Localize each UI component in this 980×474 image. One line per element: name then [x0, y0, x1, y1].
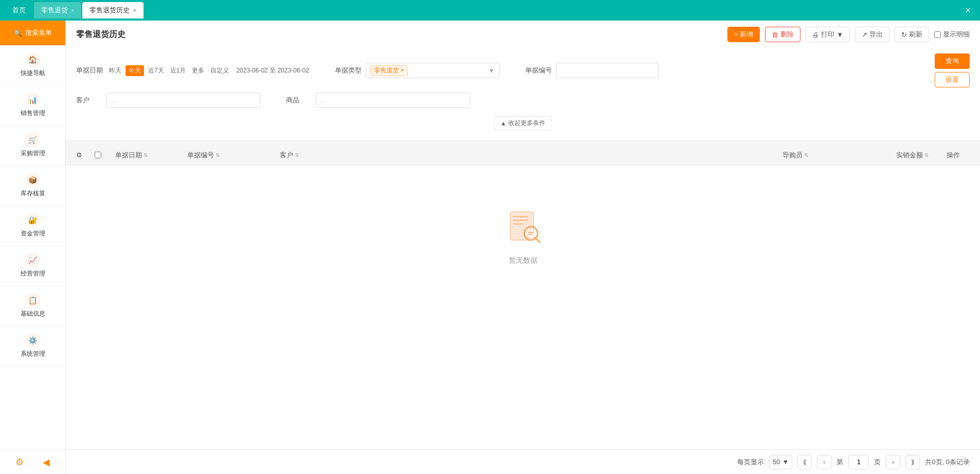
sidebar-item-sales-mgmt[interactable]: 📊 销售管理: [0, 85, 65, 125]
filter-row-1: 单据日期 昨天 今天 近7天 近1月 更多 自定义 2023-06-02 至 2…: [76, 53, 970, 87]
show-detail-checkbox[interactable]: [934, 31, 941, 38]
home-tab-label: 首页: [12, 6, 26, 15]
svg-rect-7: [528, 232, 533, 233]
empty-icon: [503, 207, 544, 248]
sidebar-search[interactable]: 🔍 搜索菜单: [0, 21, 65, 45]
refresh-button[interactable]: ↻ 刷新: [895, 27, 929, 42]
select-all-checkbox[interactable]: [95, 152, 101, 158]
page-size-select[interactable]: 50 ▼: [769, 455, 792, 469]
page-header: 零售退货历史 + 新增 🗑 删除 🖨 打印 ▼ ↗ 导出: [66, 21, 980, 141]
page-number-input[interactable]: [848, 455, 869, 469]
tab-home[interactable]: 首页: [5, 2, 33, 19]
bill-type-tag-remove[interactable]: ×: [401, 67, 404, 74]
sidebar-item-purchase-mgmt[interactable]: 🛒 采购管理: [0, 125, 65, 166]
sidebar-item-basic-info[interactable]: 📋 基础信息: [0, 286, 65, 326]
date-shortcuts: 昨天 今天 近7天 近1月 更多 自定义: [107, 65, 231, 76]
tab-retail-return[interactable]: 零售退货 ×: [34, 2, 81, 19]
prev-page-button[interactable]: ‹: [817, 455, 831, 469]
search-icon: 🔍: [14, 29, 22, 37]
sidebar-settings-icon[interactable]: ⚙: [15, 457, 24, 468]
window-close-button[interactable]: ×: [961, 5, 975, 16]
next-page-button[interactable]: ›: [886, 455, 900, 469]
svg-rect-1: [513, 216, 528, 217]
customer-select[interactable]: ...: [106, 93, 260, 108]
sidebar-item-sys-mgmt[interactable]: ⚙️ 系统管理: [0, 326, 65, 366]
date-filter-label: 单据日期: [76, 66, 103, 75]
customer-filter-item: 客户 ...: [76, 93, 260, 108]
purchase-mgmt-label: 采购管理: [21, 149, 45, 158]
new-button[interactable]: + 新增: [727, 27, 760, 42]
query-button[interactable]: 查询: [935, 53, 970, 69]
operations-icon: 📈: [26, 253, 40, 267]
customer-label: 客户: [76, 96, 102, 105]
retail-return-tab-label: 零售退货: [41, 6, 68, 15]
sidebar-item-quick-nav[interactable]: 🏠 快捷导航: [0, 45, 65, 85]
th-ops: 操作: [933, 151, 974, 160]
show-detail-label: 显示明细: [943, 30, 970, 39]
sidebar-item-operations[interactable]: 📈 经营管理: [0, 246, 65, 286]
show-detail-checkbox-area[interactable]: 显示明细: [934, 30, 970, 39]
sidebar-item-finance[interactable]: 🔐 资金管理: [0, 206, 65, 246]
th-guide-label: 导购员: [782, 151, 803, 160]
toolbar: + 新增 🗑 删除 🖨 打印 ▼ ↗ 导出 ↻: [727, 27, 970, 42]
th-checkbox[interactable]: [91, 152, 111, 158]
sidebar-collapse-icon[interactable]: ◀: [43, 457, 50, 468]
per-page-label: 每页显示: [737, 458, 764, 467]
today-shortcut[interactable]: 今天: [126, 65, 144, 76]
goods-label: 商品: [286, 96, 312, 105]
filter-row-2: 客户 ... 商品 ...: [76, 93, 970, 108]
billno-sort-icon[interactable]: ⇅: [216, 152, 220, 158]
bill-no-input[interactable]: [556, 63, 659, 78]
last1month-shortcut[interactable]: 近1月: [168, 65, 188, 76]
export-button[interactable]: ↗ 导出: [855, 27, 889, 42]
date-range-display: 2023-06-02 至 2023-06-02: [236, 66, 309, 75]
bill-type-select[interactable]: 零售退货 × ▼: [366, 63, 500, 78]
bill-type-dropdown-icon: ▼: [488, 67, 495, 75]
finance-icon: 🔐: [26, 213, 40, 227]
last7days-shortcut[interactable]: 近7天: [146, 65, 166, 76]
collapse-button[interactable]: ▲ 收起更多条件: [494, 116, 553, 130]
tab-retail-return-history[interactable]: 零售退货历史 ×: [82, 2, 143, 19]
bill-no-label: 单据编号: [525, 66, 552, 75]
last-page-button[interactable]: ⟫: [905, 455, 920, 469]
sidebar-bottom: ⚙ ◀: [0, 450, 65, 474]
filter-settings-button[interactable]: 设置: [935, 72, 970, 87]
custom-shortcut[interactable]: 自定义: [208, 65, 231, 76]
sidebar-search-label: 搜索菜单: [25, 28, 52, 38]
sidebar-item-inventory[interactable]: 📦 库存核算: [0, 166, 65, 206]
retail-return-history-close-icon[interactable]: ×: [133, 7, 136, 13]
sys-mgmt-icon: ⚙️: [26, 333, 40, 348]
date-range-item: 2023-06-02 至 2023-06-02: [236, 66, 309, 75]
th-customer-label: 客户: [280, 151, 293, 160]
yesterday-shortcut[interactable]: 昨天: [107, 65, 123, 76]
print-button[interactable]: 🖨 打印 ▼: [806, 27, 850, 42]
delete-button[interactable]: 🗑 删除: [765, 27, 800, 42]
retail-return-history-tab-label: 零售退货历史: [90, 6, 130, 15]
th-ops-label: 操作: [947, 151, 960, 160]
sales-mgmt-icon: 📊: [26, 93, 40, 107]
basic-info-icon: 📋: [26, 293, 40, 307]
finance-label: 资金管理: [21, 229, 45, 238]
sidebar: 🔍 搜索菜单 🏠 快捷导航 📊 销售管理 🛒 采购管理 📦 库存核算 🔐 资金管…: [0, 21, 66, 474]
operations-label: 经营管理: [21, 269, 45, 278]
page-title-row: 零售退货历史 + 新增 🗑 删除 🖨 打印 ▼ ↗ 导出: [76, 27, 970, 42]
svg-line-6: [535, 238, 540, 242]
goods-select[interactable]: ...: [316, 93, 470, 108]
first-page-button[interactable]: ⟪: [797, 455, 812, 469]
quick-nav-label: 快捷导航: [21, 69, 45, 78]
th-amount: 实销金额 ⇅: [861, 151, 933, 160]
more-shortcut[interactable]: 更多: [190, 65, 206, 76]
filter-area: 单据日期 昨天 今天 近7天 近1月 更多 自定义 2023-06-02 至 2…: [76, 48, 970, 140]
th-amount-label: 实销金额: [896, 151, 923, 160]
th-settings[interactable]: ⚙: [72, 151, 91, 159]
action-buttons: 查询 设置: [935, 53, 970, 87]
page-size-dropdown-icon: ▼: [782, 458, 789, 466]
th-billno: 单据编号 ⇅: [183, 151, 276, 160]
date-sort-icon[interactable]: ⇅: [144, 152, 148, 158]
amount-sort-icon[interactable]: ⇅: [924, 152, 929, 158]
retail-return-close-icon[interactable]: ×: [71, 7, 74, 13]
customer-sort-icon[interactable]: ⇅: [295, 152, 299, 158]
guide-sort-icon[interactable]: ⇅: [804, 152, 808, 158]
table-settings-icon[interactable]: ⚙: [76, 151, 82, 159]
collapse-up-icon: ▲: [501, 120, 507, 127]
